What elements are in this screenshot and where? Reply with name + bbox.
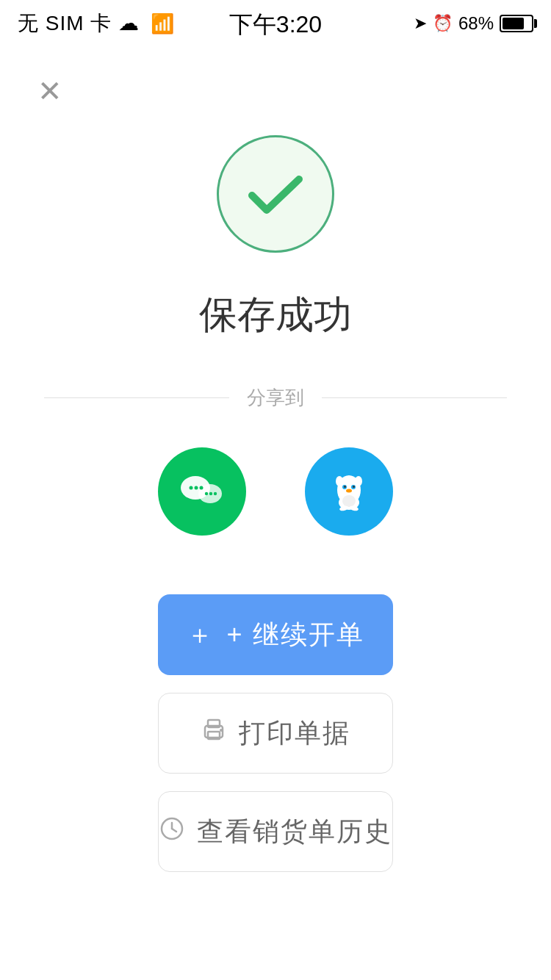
continue-label: + 继续开单 xyxy=(226,617,364,653)
svg-point-16 xyxy=(355,476,362,486)
svg-point-15 xyxy=(336,476,343,486)
print-button[interactable]: 打印单据 xyxy=(158,693,393,774)
location-icon: ➤ xyxy=(414,14,427,33)
share-icons xyxy=(158,447,393,536)
svg-point-6 xyxy=(209,492,212,495)
battery-icon xyxy=(500,15,533,32)
print-label: 打印单据 xyxy=(239,716,350,752)
svg-point-5 xyxy=(205,492,208,495)
svg-point-12 xyxy=(344,486,346,488)
alarm-icon: ⏰ xyxy=(433,14,453,33)
clock-icon xyxy=(159,815,185,848)
svg-point-24 xyxy=(220,729,223,732)
svg-line-27 xyxy=(172,829,176,832)
battery-fill xyxy=(503,18,524,29)
svg-point-4 xyxy=(200,486,204,490)
svg-point-14 xyxy=(346,489,352,492)
status-time: 下午3:20 xyxy=(229,9,322,41)
svg-point-18 xyxy=(342,495,356,507)
printer-icon xyxy=(201,717,227,749)
history-button[interactable]: 查看销货单历史 xyxy=(158,791,393,872)
status-left: 无 SIM 卡 ☁ 📶 xyxy=(18,10,175,37)
svg-point-3 xyxy=(195,486,198,490)
status-bar: 无 SIM 卡 ☁ 📶 下午3:20 ➤ ⏰ 68% xyxy=(0,0,551,47)
continue-button[interactable]: ＋ + 继续开单 xyxy=(158,594,393,675)
svg-point-7 xyxy=(214,492,217,495)
success-title: 保存成功 xyxy=(199,289,352,341)
main-content: ✕ 保存成功 分享到 xyxy=(0,47,551,980)
wechat-share-button[interactable] xyxy=(158,447,246,536)
divider-line-left xyxy=(44,397,229,398)
wechat-icon xyxy=(176,466,228,517)
svg-point-13 xyxy=(353,486,355,488)
qq-icon xyxy=(325,468,373,516)
divider-line-right xyxy=(322,397,507,398)
share-label: 分享到 xyxy=(229,385,322,411)
status-right: ➤ ⏰ 68% xyxy=(414,13,533,34)
battery-percent: 68% xyxy=(458,13,494,34)
svg-point-2 xyxy=(190,486,193,490)
close-button[interactable]: ✕ xyxy=(29,71,71,112)
history-label: 查看销货单历史 xyxy=(197,814,392,850)
wifi-icon: 📶 xyxy=(151,12,175,35)
success-section: 保存成功 分享到 xyxy=(0,47,551,872)
share-divider: 分享到 xyxy=(0,385,551,411)
checkmark-icon xyxy=(246,172,305,216)
success-circle xyxy=(217,135,334,253)
plus-icon: ＋ xyxy=(187,617,215,653)
buttons-section: ＋ + 继续开单 打印单据 xyxy=(129,594,422,872)
qq-share-button[interactable] xyxy=(305,447,393,536)
no-sim-label: 无 SIM 卡 ☁ xyxy=(18,12,140,35)
close-icon: ✕ xyxy=(37,76,62,106)
